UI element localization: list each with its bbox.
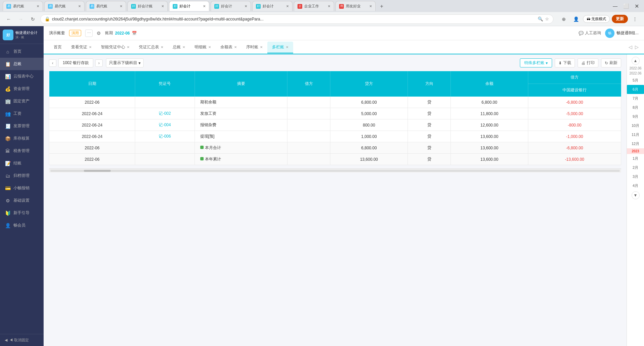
collapse-sidebar-button[interactable]: ◀ ◀ 取消固定 xyxy=(5,338,39,343)
menu-button[interactable]: ⋮ xyxy=(630,14,640,24)
sidebar-item-expense[interactable]: 💳 小畅报销 xyxy=(0,182,44,194)
tab-balance-table[interactable]: 余额表 ✕ xyxy=(216,42,241,53)
tab-close-3[interactable]: ✕ xyxy=(120,4,122,8)
minimize-button[interactable]: — xyxy=(610,1,620,11)
multi-col-button[interactable]: 特殊多栏账 ▾ xyxy=(520,58,552,67)
tab-close-1[interactable]: ✕ xyxy=(37,4,39,8)
month-item-2023-1[interactable]: 1月 xyxy=(627,154,644,163)
prev-account-button[interactable]: ‹ xyxy=(49,59,56,67)
tab-close-general-ledger[interactable]: ✕ xyxy=(182,45,185,49)
tab-multi-col[interactable]: 多栏账 ✕ xyxy=(267,42,293,53)
no-trace-button[interactable]: 🕶 无痕模式 xyxy=(583,15,610,23)
browser-tab-7[interactable]: 好 好会计 ✕ xyxy=(252,1,292,11)
month-item-9[interactable]: 9月 xyxy=(627,112,644,121)
extensions-button[interactable]: ⊕ xyxy=(559,14,569,24)
expand-account-button[interactable]: ⋯ xyxy=(85,30,93,37)
print-button[interactable]: 🖨 打印 xyxy=(578,58,598,67)
sidebar-item-report[interactable]: 📊 云报表中心 xyxy=(0,70,44,83)
tab-close-voucher-summary[interactable]: ✕ xyxy=(161,45,163,49)
sidebar-item-assets[interactable]: 🏢 固定资产 xyxy=(0,95,44,107)
settings-gear-button[interactable]: ⚙ xyxy=(97,31,101,36)
maximize-button[interactable]: ⬜ xyxy=(621,1,631,11)
reload-button[interactable]: ↻ xyxy=(28,14,38,24)
month-item-7[interactable]: 7月 xyxy=(627,94,644,103)
tab-close-balance-table[interactable]: ✕ xyxy=(234,45,237,49)
month-item-2023-4[interactable]: 4月 xyxy=(627,181,644,190)
tab-close-time-ledger[interactable]: ✕ xyxy=(260,45,263,49)
tab-close-voucher-view[interactable]: ✕ xyxy=(89,45,92,49)
new-tab-button[interactable]: + xyxy=(377,2,386,11)
browser-tab-9[interactable]: 用 用友好业 ✕ xyxy=(335,1,376,11)
browser-tab-1[interactable]: 易 易代账 ✕ xyxy=(3,1,43,11)
update-button[interactable]: 更新 xyxy=(612,15,628,23)
voucher-link[interactable]: 记-002 xyxy=(159,111,171,116)
tab-close-4[interactable]: ✕ xyxy=(161,4,164,8)
month-item-8[interactable]: 8月 xyxy=(627,103,644,112)
expand-tabs-icon[interactable]: ▷ xyxy=(635,44,639,50)
sidebar-label-fund: 资金管理 xyxy=(13,86,30,92)
month-item-10[interactable]: 10月 xyxy=(627,121,644,130)
tab-close-9[interactable]: ✕ xyxy=(369,4,372,8)
next-account-button[interactable]: › xyxy=(95,59,103,67)
month-item-12[interactable]: 12月 xyxy=(627,139,644,148)
sidebar-item-inventory[interactable]: 📦 库存核算 xyxy=(0,132,44,145)
tab-voucher-summary[interactable]: 凭证汇总表 ✕ xyxy=(134,42,168,53)
tab-close-multi-col[interactable]: ✕ xyxy=(286,45,288,49)
sidebar-item-tax[interactable]: 🏛 税务管理 xyxy=(0,145,44,157)
tab-close-detail-ledger[interactable]: ✕ xyxy=(208,45,211,49)
tab-detail-ledger[interactable]: 明细账 ✕ xyxy=(190,42,216,53)
tab-close-5[interactable]: ✕ xyxy=(203,4,206,8)
forward-button[interactable]: → xyxy=(16,14,25,24)
close-button[interactable]: ✕ xyxy=(632,1,641,11)
browser-tab-3[interactable]: 易 易代账 ✕ xyxy=(86,1,126,11)
tab-close-7[interactable]: ✕ xyxy=(286,4,289,8)
month-scroll-down[interactable]: ▼ xyxy=(632,191,640,199)
browser-tab-2[interactable]: 易 易代账 ✕ xyxy=(44,1,85,11)
period-calendar-icon[interactable]: 📅 xyxy=(132,31,137,36)
tab-voucher-view[interactable]: 查看凭证 ✕ xyxy=(66,42,96,53)
tab-label-3: 易代账 xyxy=(96,4,107,9)
tab-close-8[interactable]: ✕ xyxy=(328,4,330,8)
download-button[interactable]: ⬇ 下载 xyxy=(555,58,575,67)
collapse-tabs-icon[interactable]: ◁ xyxy=(629,44,632,50)
tab-time-ledger[interactable]: 序时账 ✕ xyxy=(241,42,267,53)
back-button[interactable]: ← xyxy=(4,14,13,24)
bookmark-icon[interactable]: ☆ xyxy=(545,16,549,21)
browser-tab-5[interactable]: 好 好会计 ✕ xyxy=(169,1,209,11)
tab-general-ledger[interactable]: 总账 ✕ xyxy=(168,42,190,53)
sidebar-item-salary[interactable]: 👥 工资 xyxy=(0,107,44,120)
horizontal-scrollbar[interactable] xyxy=(49,168,621,172)
tab-close-2[interactable]: ✕ xyxy=(78,4,81,8)
refresh-button[interactable]: ↻ 刷新 xyxy=(601,58,621,67)
browser-tab-6[interactable]: 好 好会计 ✕ xyxy=(211,1,251,11)
month-item-6[interactable]: 6月 xyxy=(627,85,644,94)
month-item-5[interactable]: 5月 xyxy=(627,76,644,85)
month-item-2023-2[interactable]: 2月 xyxy=(627,163,644,172)
search-address-icon[interactable]: 🔍 xyxy=(538,16,543,21)
user-profile-button[interactable]: 👤 xyxy=(571,14,581,24)
address-bar[interactable]: 🔒 cloud2.chanjet.com/accounting/uh26t264… xyxy=(40,14,553,24)
sidebar-item-invoice[interactable]: 🧾 发票管理 xyxy=(0,120,44,132)
consult-button[interactable]: 💬 人工咨询 xyxy=(579,30,601,36)
sidebar-item-close[interactable]: 📝 结账 xyxy=(0,157,44,169)
tab-close-smart-voucher[interactable]: ✕ xyxy=(127,45,129,49)
sidebar-item-fund[interactable]: 💰 资金管理 xyxy=(0,83,44,95)
voucher-link[interactable]: 记-004 xyxy=(159,122,171,127)
month-scroll-up[interactable]: ▲ xyxy=(632,57,640,65)
sidebar-item-home[interactable]: ⌂ 首页 xyxy=(0,45,44,58)
browser-tab-8[interactable]: 企 企业工作 ✕ xyxy=(294,1,334,11)
browser-tab-4[interactable]: 好 好会计账 ✕ xyxy=(127,1,168,11)
voucher-link[interactable]: 记-006 xyxy=(159,134,171,139)
month-item-11[interactable]: 11月 xyxy=(627,130,644,139)
scrollbar-track xyxy=(50,170,620,172)
sidebar-item-ledger[interactable]: 📋 总账 xyxy=(0,58,44,70)
tab-close-6[interactable]: ✕ xyxy=(245,4,247,8)
sidebar-item-settings[interactable]: ⚙ 基础设置 xyxy=(0,194,44,207)
filter-dropdown[interactable]: 只显示下级科目 ▾ xyxy=(106,58,144,67)
month-item-2023-3[interactable]: 3月 xyxy=(627,172,644,181)
sidebar-item-archive[interactable]: 🗂 归档管理 xyxy=(0,169,44,182)
tab-smart-voucher[interactable]: 智能凭证中心 ✕ xyxy=(96,42,134,53)
tab-home[interactable]: 首页 xyxy=(49,42,66,53)
sidebar-item-member[interactable]: 👤 畅会员 xyxy=(0,219,44,232)
sidebar-item-guide[interactable]: 🔰 新手引导 xyxy=(0,207,44,219)
